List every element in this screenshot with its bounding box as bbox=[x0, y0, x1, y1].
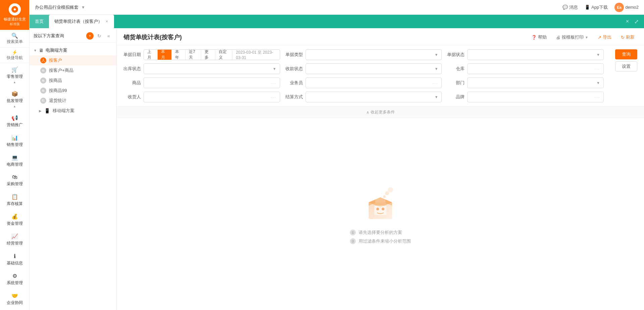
sidebar-item-corp[interactable]: 🤝 企业协同 bbox=[0, 289, 29, 309]
receiver-control[interactable]: ··· bbox=[144, 92, 280, 102]
by-goods-icon: 格 bbox=[40, 78, 46, 84]
topbar-dropdown-icon[interactable]: ▼ bbox=[81, 5, 85, 10]
date-custom[interactable]: 自定义 bbox=[215, 50, 233, 60]
sidebar-item-basic-label: 基础信息 bbox=[7, 260, 23, 266]
last-month-label: 上月 bbox=[147, 49, 154, 60]
payment-status-chevron: ▼ bbox=[434, 67, 438, 71]
date-this-month[interactable]: 本月 bbox=[158, 50, 171, 60]
purchase-icon: 🛍 bbox=[12, 174, 17, 180]
sidebar-item-system[interactable]: ⚙ 系统管理 bbox=[0, 269, 29, 289]
sidebar-item-finance[interactable]: 💰 资金管理 bbox=[0, 210, 29, 230]
left-panel: 按以下方案查询 + ↻ « ▼ 🖥 bbox=[30, 28, 117, 310]
out-status-control[interactable]: ▼ bbox=[144, 63, 280, 74]
doc-type-control[interactable]: ▼ bbox=[306, 49, 442, 60]
svg-point-10 bbox=[388, 187, 393, 193]
empty-tips: ① 请先选择要分析的方案 ② 用过滤条件来缩小分析范围 bbox=[350, 229, 411, 244]
payment-status-control[interactable]: ▼ bbox=[306, 63, 442, 74]
tab-home[interactable]: 首页 bbox=[30, 15, 49, 28]
tree-section: ▼ 🖥 电脑端方案 人 按客户 格 按客户+商品 格 按商品 格 bbox=[30, 43, 116, 118]
tree-item-returns[interactable]: 柱 退货统计 bbox=[30, 96, 116, 106]
dept-control[interactable]: ▼ bbox=[467, 78, 604, 88]
tab-sales-stats[interactable]: 销货单统计表（按客户） × bbox=[49, 15, 114, 28]
collapse-panel-button[interactable]: « bbox=[105, 32, 112, 40]
user-profile[interactable]: Ea demo2 bbox=[614, 3, 639, 12]
custom-label: 自定义 bbox=[219, 49, 229, 60]
out-status-chevron: ▼ bbox=[273, 67, 276, 71]
tree-item-by-customer-goods[interactable]: 格 按客户+商品 bbox=[30, 65, 116, 75]
receiver-label: 收货人 bbox=[123, 94, 141, 100]
by-customer-goods-icon: 格 bbox=[40, 67, 46, 73]
staff-control[interactable]: ··· bbox=[306, 78, 442, 88]
goods-control[interactable]: ··· bbox=[144, 78, 280, 88]
sidebar-item-retail[interactable]: 🛒 零售管理 ▲ bbox=[0, 63, 29, 87]
filter-doc-type: 单据类型 ▼ bbox=[285, 49, 442, 60]
tab-restore-btn[interactable]: ⤢ bbox=[633, 17, 640, 26]
sidebar-item-ecommerce-label: 电商管理 bbox=[7, 162, 23, 167]
warehouse-control[interactable]: ··· bbox=[467, 63, 604, 74]
tree-item-by-goods[interactable]: 格 按商品 bbox=[30, 75, 116, 86]
date-last-7[interactable]: 近7天 bbox=[185, 50, 201, 60]
staff-dots: ··· bbox=[432, 81, 438, 86]
sidebar-item-wholesale[interactable]: 📦 批发管理 ▲ bbox=[0, 87, 29, 111]
sidebar-item-retail-label: 零售管理 bbox=[7, 74, 23, 80]
mobile-group-label: 移动端方案 bbox=[53, 108, 74, 114]
sales-icon: 📊 bbox=[11, 135, 18, 141]
doc-status-label: 单据状态 bbox=[447, 52, 465, 58]
sidebar-item-sales-label: 销售管理 bbox=[7, 142, 23, 148]
tree-group-mobile[interactable]: ▶ 📱 移动端方案 bbox=[30, 106, 116, 116]
more-label: 更多 bbox=[205, 49, 211, 60]
brand-control[interactable]: ··· bbox=[467, 92, 604, 102]
tree-item-by-customer[interactable]: 人 按客户 bbox=[30, 55, 116, 65]
msg-button[interactable]: 💬 消息 bbox=[562, 4, 578, 10]
refresh-scheme-button[interactable]: ↻ bbox=[96, 32, 103, 40]
empty-tip-1: ① 请先选择要分析的方案 bbox=[350, 229, 411, 236]
sidebar-item-ecommerce[interactable]: 💻 电商管理 bbox=[0, 151, 29, 171]
tab-close-icon[interactable]: × bbox=[105, 18, 109, 24]
sidebar-item-sales[interactable]: 📊 销售管理 bbox=[0, 131, 29, 151]
payment-method-control[interactable]: ▼ bbox=[306, 92, 442, 102]
tab-close-btn[interactable]: × bbox=[625, 17, 630, 26]
date-this-year[interactable]: 本年 bbox=[172, 50, 185, 60]
avatar: Ea bbox=[614, 3, 624, 12]
sidebar-item-marketing[interactable]: 📢 营销推广 bbox=[0, 111, 29, 131]
app-icon: 📱 bbox=[585, 5, 590, 10]
staff-label: 业务员 bbox=[285, 80, 303, 86]
sidebar-item-inventory[interactable]: 📋 库存核算 bbox=[0, 190, 29, 210]
tip-text-1: 请先选择要分析的方案 bbox=[359, 229, 402, 236]
date-filter-control[interactable]: 上月 本月 本年 近7天 更多 bbox=[144, 49, 280, 60]
sidebar-item-inventory-label: 库存核算 bbox=[7, 201, 23, 207]
date-last-month[interactable]: 上月 bbox=[144, 50, 158, 60]
export-button[interactable]: ↗ 导出 bbox=[595, 33, 614, 42]
help-button[interactable]: ❓ 帮助 bbox=[529, 33, 549, 42]
tree-item-by-goods99[interactable]: 格 按商品99 bbox=[30, 86, 116, 96]
settings-button[interactable]: 设置 bbox=[615, 61, 637, 71]
sidebar-item-basic[interactable]: ℹ 基础信息 bbox=[0, 250, 29, 269]
print-button[interactable]: 🖨 按模板打印 ▼ bbox=[553, 33, 591, 42]
retail-icon: 🛒 bbox=[11, 66, 18, 73]
refresh-button[interactable]: ↻ 刷新 bbox=[618, 33, 637, 42]
by-goods-label: 按商品 bbox=[49, 78, 62, 84]
wholesale-expand-icon: ▲ bbox=[13, 105, 16, 108]
query-button[interactable]: 查询 bbox=[615, 49, 637, 59]
brand-label: 品牌 bbox=[447, 94, 465, 100]
inventory-icon: 📋 bbox=[11, 194, 18, 200]
collapse-label: 收起更多条件 bbox=[371, 109, 395, 115]
doc-type-chevron: ▼ bbox=[434, 53, 438, 57]
empty-illustration bbox=[360, 184, 400, 224]
tree-group-pc[interactable]: ▼ 🖥 电脑端方案 bbox=[30, 45, 116, 55]
date-more[interactable]: 更多 bbox=[201, 50, 215, 60]
out-status-label: 出库状态 bbox=[123, 66, 141, 72]
filter-doc-status: 单据状态 ▼ bbox=[447, 49, 604, 60]
sidebar-item-quicknav[interactable]: ⚡ 快捷导航 bbox=[0, 48, 29, 63]
sidebar-item-search[interactable]: 🔍 搜索菜单 bbox=[0, 30, 29, 48]
sidebar-item-purchase[interactable]: 🛍 采购管理 bbox=[0, 171, 29, 190]
date-range-display: 2023-03-01 至 2023-03-31 bbox=[232, 50, 279, 60]
add-scheme-button[interactable]: + bbox=[86, 32, 94, 40]
sidebar-item-operations[interactable]: 📈 经营管理 bbox=[0, 230, 29, 250]
collapse-bar[interactable]: ∧ 收起更多条件 bbox=[117, 107, 644, 118]
sidebar-logo[interactable]: 畅捷通好生意 标准版 bbox=[0, 0, 29, 30]
doc-status-control[interactable]: ▼ bbox=[467, 49, 604, 60]
export-label: 导出 bbox=[603, 34, 611, 40]
app-download-button[interactable]: 📱 App下载 bbox=[585, 4, 608, 10]
sidebar-item-wholesale-label: 批发管理 bbox=[7, 98, 23, 104]
